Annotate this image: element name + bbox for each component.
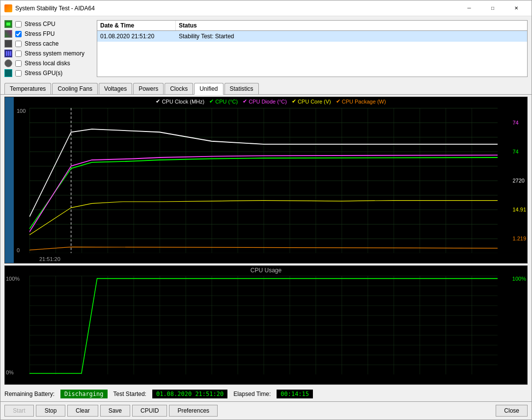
tab-temperatures[interactable]: Temperatures [4, 83, 51, 94]
tabs-bar: Temperatures Cooling Fans Voltages Power… [0, 81, 532, 95]
stress-fpu-label: Stress FPU [25, 30, 55, 37]
tab-cooling-fans[interactable]: Cooling Fans [52, 83, 98, 94]
main-window: System Stability Test - AIDA64 ─ □ ✕ Str… [0, 0, 532, 420]
status-bar: Remaining Battery: Discharging Test Star… [0, 387, 532, 401]
disk-icon [4, 59, 12, 67]
stress-gpu-label: Stress GPU(s) [25, 70, 62, 77]
stress-disk-checkbox[interactable] [15, 60, 22, 67]
tab-statistics[interactable]: Statistics [224, 83, 259, 94]
gpu-icon [4, 69, 12, 77]
legend-cpu-diode: ✔ CPU Diode (°C) [243, 98, 287, 105]
cpuid-button[interactable]: CPUID [132, 405, 167, 417]
cache-icon [4, 40, 12, 48]
stop-button[interactable]: Stop [36, 405, 65, 417]
stress-cache-item: Stress cache [4, 40, 93, 48]
elapsed-time-label: Elapsed Time: [233, 391, 271, 397]
stress-memory-item: Stress system memory [4, 50, 93, 57]
stress-disk-label: Stress local disks [25, 60, 70, 67]
y-label-0: 0 [17, 247, 20, 253]
charts-area: ✔ CPU Clock (MHz) ✔ CPU (°C) ✔ CPU Diode… [0, 95, 532, 387]
stress-gpu-checkbox[interactable] [15, 70, 22, 77]
close-window-button[interactable]: ✕ [505, 0, 528, 16]
svg-rect-2 [29, 276, 498, 374]
main-chart-svg [29, 108, 498, 253]
stress-gpu-item: Stress GPU(s) [4, 69, 93, 77]
stress-cache-label: Stress cache [25, 40, 58, 47]
window-controls: ─ □ ✕ [458, 0, 528, 16]
right-val-2: 2720 [512, 178, 526, 184]
app-icon [4, 4, 12, 12]
clear-button[interactable]: Clear [67, 405, 98, 417]
bottom-bar: Start Stop Clear Save CPUID Preferences … [0, 401, 532, 420]
stress-cpu-item: Stress CPU [4, 20, 93, 28]
close-button[interactable]: Close [496, 405, 528, 417]
window-title: System Stability Test - AIDA64 [15, 5, 458, 12]
fpu-icon [4, 30, 12, 38]
preferences-button[interactable]: Preferences [169, 405, 218, 417]
stress-memory-label: Stress system memory [25, 50, 84, 57]
tab-voltages[interactable]: Voltages [99, 83, 132, 94]
right-val-1: 74 [512, 149, 526, 155]
usage-chart-svg [29, 276, 498, 374]
main-chart: ✔ CPU Clock (MHz) ✔ CPU (°C) ✔ CPU Diode… [4, 97, 528, 263]
log-header: Date & Time Status [97, 21, 527, 31]
elapsed-time-value: 00:14:15 [277, 390, 313, 398]
usage-chart-title: CPU Usage [5, 267, 527, 274]
save-button[interactable]: Save [100, 405, 130, 417]
test-started-label: Test Started: [113, 391, 146, 397]
legend-cpu-core-v: ✔ CPU Core (V) [292, 98, 331, 105]
stress-fpu-checkbox[interactable] [15, 31, 22, 37]
battery-value: Discharging [60, 390, 107, 398]
usage-right-val: 100% [512, 276, 526, 282]
log-panel: Date & Time Status 01.08.2020 21:51:20 S… [97, 20, 528, 77]
stress-disk-item: Stress local disks [4, 59, 93, 67]
log-cell-status: Stability Test: Started [176, 32, 527, 41]
top-panel: Stress CPU Stress FPU Stress cache [0, 16, 532, 81]
minimize-button[interactable]: ─ [458, 0, 480, 16]
stress-memory-checkbox[interactable] [15, 51, 22, 57]
stress-cache-checkbox[interactable] [15, 41, 22, 47]
stress-cpu-label: Stress CPU [25, 21, 56, 27]
battery-label: Remaining Battery: [4, 391, 55, 397]
usage-chart: CPU Usage 100% 0% 100% [4, 265, 528, 385]
tab-powers[interactable]: Powers [133, 83, 164, 94]
log-cell-date: 01.08.2020 21:51:20 [97, 32, 176, 41]
legend-cpu-clock: ✔ CPU Clock (MHz) [156, 98, 204, 105]
usage-y-bottom: 0% [6, 369, 14, 375]
start-button[interactable]: Start [4, 405, 34, 417]
right-val-3: 14.91 [512, 207, 526, 212]
test-started-value: 01.08.2020 21:51:20 [152, 390, 227, 398]
stress-options: Stress CPU Stress FPU Stress cache [4, 20, 93, 77]
tab-unified[interactable]: Unified [194, 83, 223, 95]
memory-icon [4, 50, 12, 57]
right-val-4: 1.219 [512, 236, 526, 241]
legend-cpu-package-w: ✔ CPU Package (W) [336, 98, 386, 105]
maximize-button[interactable]: □ [481, 0, 504, 16]
titlebar: System Stability Test - AIDA64 ─ □ ✕ [0, 0, 532, 16]
log-col-status: Status [176, 21, 527, 30]
cpu-icon [4, 20, 12, 28]
stress-fpu-item: Stress FPU [4, 30, 93, 38]
usage-y-top: 100% [6, 276, 20, 282]
content-area: Stress CPU Stress FPU Stress cache [0, 16, 532, 420]
log-row: 01.08.2020 21:51:20 Stability Test: Star… [97, 31, 527, 42]
stress-cpu-checkbox[interactable] [15, 21, 22, 27]
y-label-100: 100 [17, 108, 26, 114]
right-val-0: 74 [512, 120, 526, 126]
x-label-start: 21:51:20 [39, 256, 60, 262]
log-col-date: Date & Time [97, 21, 176, 30]
tab-clocks[interactable]: Clocks [165, 83, 193, 94]
legend-cpu-temp: ✔ CPU (°C) [209, 98, 238, 105]
